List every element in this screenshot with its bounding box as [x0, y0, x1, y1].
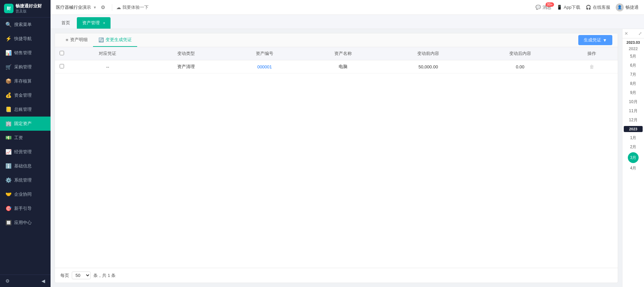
nav-label-quicknav: 快捷导航 [14, 36, 32, 42]
nav-label-ops: 经营管理 [14, 149, 32, 155]
nav-label-ledger: 总账管理 [14, 106, 32, 113]
settings-icon[interactable]: ⚙ [5, 278, 10, 284]
month-item[interactable]: 7月 [622, 70, 644, 79]
sidebar-item-apps[interactable]: 🔲应用中心 [0, 216, 51, 230]
generate-voucher-button[interactable]: 生成凭证 ▼ [578, 35, 612, 45]
sub-tab-change-voucher[interactable]: 🔄 变更生成凭证 [93, 33, 137, 47]
username-label: 畅捷通 [625, 4, 639, 10]
nav-label-fixed: 固定资产 [14, 121, 32, 127]
month-item[interactable]: 2月 [622, 142, 644, 152]
sidebar-item-ledger[interactable]: 📒总账管理 [0, 102, 51, 117]
close-icon[interactable]: ✕ [624, 31, 628, 36]
th-voucher: 对应凭证 [68, 47, 147, 60]
month-item[interactable]: 5月 [622, 52, 644, 61]
table-footer: 每页 102050100 条，共 1 条 [55, 268, 618, 283]
nav-label-collab: 企业协同 [14, 191, 32, 197]
cell-change-type-0: 资产清理 [147, 60, 225, 73]
month-item[interactable]: 4月 [622, 164, 644, 173]
select-all-checkbox[interactable] [60, 51, 64, 55]
tab-close-icon[interactable]: × [103, 21, 105, 25]
company-selector[interactable]: 医疗器械行业演示 ▼ [56, 4, 97, 10]
sidebar-item-funds[interactable]: 💰资金管理 [0, 88, 51, 102]
chevron-down-icon: ▼ [603, 38, 607, 43]
sidebar-item-guide[interactable]: 🎯新手引导 [0, 201, 51, 216]
message-icon: 💬 [535, 5, 541, 10]
chevron-down-icon: ▼ [93, 5, 97, 9]
sidebar-item-search[interactable]: 🔍搜索菜单 [0, 18, 51, 32]
cell-asset-code-0: 000001 [225, 60, 304, 73]
nav-icon-inventory: 📦 [5, 78, 11, 84]
table-row: -- 资产清理 000001 电脑 50,000.00 0.00 🗑 [55, 60, 618, 73]
delete-icon-0[interactable]: 🗑 [589, 64, 594, 69]
sub-tab-bar: ≡ 资产明细 🔄 变更生成凭证 生成凭证 ▼ [55, 33, 618, 47]
sidebar-item-ops[interactable]: 📈经营管理 [0, 145, 51, 159]
nav-label-sales: 销售管理 [14, 50, 32, 56]
tab-home-label: 首页 [61, 20, 70, 25]
customer-service-action[interactable]: 🎧 在线客服 [586, 4, 610, 10]
nav-icon-ledger: 📒 [5, 106, 11, 113]
change-icon: 🔄 [98, 37, 104, 42]
sidebar-logo: 财 畅捷通好业财 普及版 [0, 0, 51, 18]
experience-button[interactable]: ☁ 我要体验一下 [116, 4, 149, 10]
th-before-change: 变动前内容 [382, 47, 474, 60]
sidebar-item-quicknav[interactable]: ⚡快捷导航 [0, 32, 51, 46]
cell-asset-name-0: 电脑 [304, 60, 382, 73]
month-item[interactable]: 11月 [622, 106, 644, 116]
sidebar-nav: 🔍搜索菜单⚡快捷导航📊销售管理🛒采购管理📦库存核算💰资金管理📒总账管理🏢固定资产… [0, 18, 51, 275]
th-asset-name: 资产名称 [304, 47, 382, 60]
th-change-type: 变动类型 [147, 47, 225, 60]
sidebar-item-sales[interactable]: 📊销售管理 [0, 46, 51, 60]
sidebar-item-basic[interactable]: ℹ️基础信息 [0, 159, 51, 173]
month-item[interactable]: 6月 [622, 61, 644, 70]
month-item[interactable]: 3月 [628, 152, 639, 163]
sidebar-item-fixed[interactable]: 🏢固定资产 [0, 117, 51, 131]
content-area: ≡ 资产明细 🔄 变更生成凭证 生成凭证 ▼ [51, 29, 644, 287]
nav-icon-guide: 🎯 [5, 205, 11, 212]
sidebar-item-inventory[interactable]: 📦库存核算 [0, 74, 51, 88]
year-2023-marker: 2023 [624, 126, 643, 132]
month-item[interactable]: 12月 [622, 116, 644, 125]
cloud-icon: ☁ [116, 5, 121, 10]
sidebar: 财 畅捷通好业财 普及版 🔍搜索菜单⚡快捷导航📊销售管理🛒采购管理📦库存核算💰资… [0, 0, 51, 287]
tab-home[interactable]: 首页 [56, 17, 75, 29]
nav-label-search: 搜索菜单 [14, 22, 32, 28]
divider [112, 4, 112, 11]
sidebar-item-purchase[interactable]: 🛒采购管理 [0, 60, 51, 74]
sidebar-item-salary[interactable]: 💵工资 [0, 131, 51, 145]
message-action[interactable]: 💬 消息 99+ [535, 4, 551, 10]
month-item[interactable]: 9月 [622, 88, 644, 97]
nav-icon-search: 🔍 [5, 22, 11, 28]
page-size-select[interactable]: 102050100 [72, 272, 91, 279]
table-body: -- 资产清理 000001 电脑 50,000.00 0.00 🗑 [55, 60, 618, 73]
month-item[interactable]: 1月 [622, 133, 644, 142]
sidebar-item-collab[interactable]: 🤝企业协同 [0, 187, 51, 201]
right-panel-header: ✕ ⤢ [622, 29, 644, 38]
generate-voucher-label: 生成凭证 [584, 37, 601, 43]
app-download-action[interactable]: 📱 App下载 [557, 4, 580, 10]
main-content: 医疗器械行业演示 ▼ ⚙ ☁ 我要体验一下 💬 消息 99+ 📱 App下载 🎧… [51, 0, 644, 287]
header-actions: 💬 消息 99+ 📱 App下载 🎧 在线客服 👤 畅捷通 [535, 3, 639, 11]
nav-icon-funds: 💰 [5, 92, 11, 98]
nav-icon-ops: 📈 [5, 149, 11, 155]
row-checkbox-0[interactable] [60, 64, 64, 68]
user-action[interactable]: 👤 畅捷通 [616, 3, 639, 11]
sidebar-item-system[interactable]: ⚙️系统管理 [0, 173, 51, 187]
month-item[interactable]: 10月 [622, 97, 644, 106]
per-page-label: 每页 [60, 273, 69, 279]
nav-icon-salary: 💵 [5, 135, 11, 141]
app-download-label: App下载 [564, 4, 580, 10]
tab-asset-management[interactable]: 资产管理 × [77, 17, 111, 29]
nav-label-basic: 基础信息 [14, 163, 32, 169]
th-asset-code: 资产编号 [225, 47, 304, 60]
sub-tab-asset-list-label: 资产明细 [70, 37, 88, 43]
expand-icon[interactable]: ⤢ [638, 31, 642, 36]
collapse-icon[interactable]: ◀ [41, 278, 45, 284]
sub-tab-asset-list[interactable]: ≡ 资产明细 [60, 33, 93, 47]
cell-after-change-0: 0.00 [474, 60, 566, 73]
main-panel: ≡ 资产明细 🔄 变更生成凭证 生成凭证 ▼ [55, 33, 618, 283]
month-item[interactable]: 8月 [622, 79, 644, 88]
nav-icon-sales: 📊 [5, 50, 11, 56]
settings-icon[interactable]: ⚙ [101, 4, 105, 10]
th-check [55, 47, 68, 60]
sidebar-bottom: ⚙ ◀ [0, 275, 51, 287]
